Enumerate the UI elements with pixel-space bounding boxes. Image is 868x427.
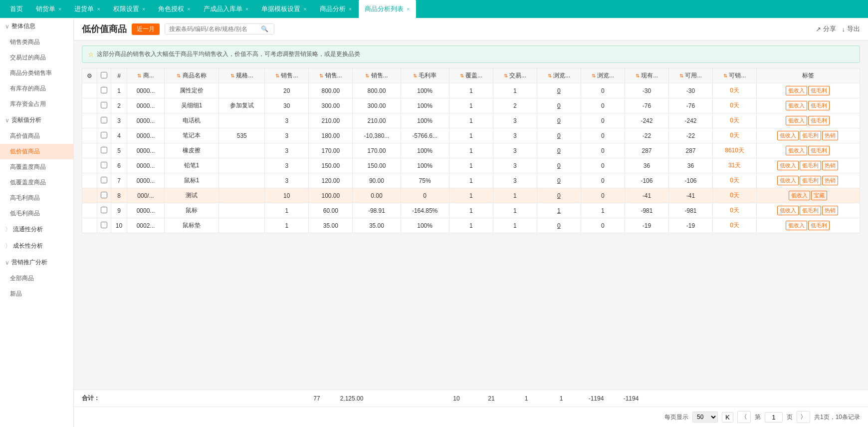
close-icon[interactable]: × xyxy=(349,6,352,12)
sidebar-item-inventory-capital[interactable]: 库存资金占用 xyxy=(0,96,73,112)
col-current[interactable]: ⇅ 现有... xyxy=(625,68,668,83)
sidebar-section-contribution[interactable]: ∨ 贡献值分析 xyxy=(0,112,73,128)
table-header-row: ⚙ # ⇅ 商... ⇅ 商品名称 ⇅ 规格... ⇅ 销售... ⇅ 销售..… xyxy=(82,68,860,83)
browse-link[interactable]: 0 xyxy=(557,147,561,154)
close-icon[interactable]: × xyxy=(142,6,145,12)
sidebar-section-overall[interactable]: ∨ 整体信息 xyxy=(0,18,73,34)
cell-sale2: 150.00 xyxy=(309,158,353,173)
row-checkbox[interactable] xyxy=(101,162,107,168)
sidebar-item-low-coverage[interactable]: 低覆盖度商品 xyxy=(0,175,73,190)
search-input[interactable] xyxy=(169,25,259,32)
cell-trade: 3 xyxy=(493,173,537,188)
row-checkbox[interactable] xyxy=(101,222,107,228)
nav-product-analysis[interactable]: 商品分析 × xyxy=(314,0,358,18)
prev-page-button[interactable]: 〈 xyxy=(737,411,751,423)
col-name[interactable]: ⇅ 商品名称 xyxy=(165,68,219,83)
close-icon[interactable]: × xyxy=(97,6,100,12)
browse-link[interactable]: 0 xyxy=(557,102,561,109)
close-icon[interactable]: × xyxy=(407,6,410,12)
browse-link[interactable]: 0 xyxy=(557,132,561,139)
close-icon[interactable]: × xyxy=(187,6,190,12)
col-code[interactable]: ⇅ 商... xyxy=(127,68,165,83)
sidebar-section-growth[interactable]: 〉 成长性分析 xyxy=(0,238,73,254)
col-gear[interactable]: ⚙ xyxy=(82,68,97,83)
browse-link[interactable]: 0 xyxy=(557,162,561,169)
col-num: # xyxy=(111,68,127,83)
filter-button[interactable]: 近一月 xyxy=(132,23,160,35)
row-checkbox[interactable] xyxy=(101,147,107,153)
col-browse1[interactable]: ⇅ 浏览... xyxy=(537,68,581,83)
nav-permission-settings[interactable]: 权限设置 × xyxy=(107,0,151,18)
sidebar-item-new-goods[interactable]: 新品 xyxy=(0,286,73,302)
close-icon[interactable]: × xyxy=(58,6,61,12)
row-checkbox[interactable] xyxy=(101,207,107,213)
sidebar-item-traded-goods[interactable]: 交易过的商品 xyxy=(0,50,73,65)
nav-product-analysis-list[interactable]: 商品分析列表 × xyxy=(359,0,416,18)
col-sale2[interactable]: ⇅ 销售... xyxy=(309,68,353,83)
row-checkbox[interactable] xyxy=(101,87,107,93)
sidebar-section-circulation[interactable]: 〉 流通性分析 xyxy=(0,221,73,238)
sidebar-item-low-value[interactable]: 低价值商品 xyxy=(0,144,73,159)
col-spec[interactable]: ⇅ 规格... xyxy=(219,68,265,83)
cell-browse1: 1 xyxy=(537,203,581,218)
row-checkbox[interactable] xyxy=(101,177,107,183)
cell-sale1: 3 xyxy=(265,173,309,188)
cell-browse2: 1 xyxy=(581,203,625,218)
sidebar-item-high-coverage[interactable]: 高覆盖度商品 xyxy=(0,159,73,175)
cell-days: 0天 xyxy=(713,218,757,233)
nav-product-warehousing[interactable]: 产成品入库单 × xyxy=(198,0,254,18)
browse-link[interactable]: 0 xyxy=(557,117,561,124)
col-sale1[interactable]: ⇅ 销售... xyxy=(265,68,309,83)
browse-link[interactable]: 0 xyxy=(557,87,561,94)
col-margin[interactable]: ⇅ 毛利率 xyxy=(401,68,449,83)
sidebar-item-low-margin[interactable]: 低毛利商品 xyxy=(0,206,73,221)
share-button[interactable]: ↗ 分享 xyxy=(816,24,836,33)
cell-browse1: 0 xyxy=(537,83,581,98)
row-checkbox[interactable] xyxy=(101,102,107,108)
cell-spec xyxy=(219,113,265,128)
browse-link[interactable]: 0 xyxy=(557,177,561,184)
sidebar-section-label: 流通性分析 xyxy=(13,225,43,234)
row-checkbox[interactable] xyxy=(101,117,107,123)
cell-available: -30 xyxy=(669,83,713,98)
sidebar-section-label: 营销推广分析 xyxy=(11,258,47,267)
export-button[interactable]: ↓ 导出 xyxy=(842,24,861,33)
nav-role-auth[interactable]: 角色授权 × xyxy=(152,0,196,18)
cell-cover: 1 xyxy=(449,83,493,98)
col-tags: 标签 xyxy=(757,68,860,83)
sidebar-item-category-sales-rate[interactable]: 商品分类销售率 xyxy=(0,65,73,81)
col-browse2[interactable]: ⇅ 浏览... xyxy=(581,68,625,83)
page-number-input[interactable] xyxy=(765,412,783,423)
sidebar-item-all-goods[interactable]: 全部商品 xyxy=(0,271,73,286)
nav-home[interactable]: 首页 xyxy=(4,0,29,18)
cell-gear xyxy=(82,188,97,203)
browse-link[interactable]: 0 xyxy=(557,192,561,199)
select-all-checkbox[interactable] xyxy=(101,72,107,78)
row-checkbox[interactable] xyxy=(101,192,107,198)
col-sale3[interactable]: ⇅ 销售... xyxy=(353,68,401,83)
cell-margin: 100% xyxy=(401,83,449,98)
col-cover[interactable]: ⇅ 覆盖... xyxy=(449,68,493,83)
sidebar-item-high-margin[interactable]: 高毛利商品 xyxy=(0,190,73,206)
sidebar-item-high-value[interactable]: 高价值商品 xyxy=(0,128,73,144)
close-icon[interactable]: × xyxy=(245,6,248,12)
close-icon[interactable]: × xyxy=(303,6,306,12)
browse-link[interactable]: 0 xyxy=(557,222,561,229)
cell-margin: 100% xyxy=(401,158,449,173)
nav-template-settings[interactable]: 单据模板设置 × xyxy=(255,0,312,18)
col-available[interactable]: ⇅ 可用... xyxy=(669,68,713,83)
tag-badge: 低收入 xyxy=(786,86,807,95)
col-saleable[interactable]: ⇅ 可销... xyxy=(713,68,757,83)
sidebar-section-marketing[interactable]: ∨ 营销推广分析 xyxy=(0,254,73,271)
sidebar-item-sales-goods[interactable]: 销售类商品 xyxy=(0,34,73,50)
cell-num: 4 xyxy=(111,128,127,143)
per-page-select[interactable]: 50 100 200 xyxy=(692,412,718,423)
next-page-button[interactable]: 〉 xyxy=(797,411,810,423)
sidebar-item-stocked-goods[interactable]: 有库存的商品 xyxy=(0,81,73,96)
col-trade[interactable]: ⇅ 交易... xyxy=(493,68,537,83)
browse-link[interactable]: 1 xyxy=(557,207,561,214)
nav-sales-order[interactable]: 销货单 × xyxy=(30,0,67,18)
nav-purchase-order[interactable]: 进货单 × xyxy=(68,0,106,18)
first-page-button[interactable]: K xyxy=(722,412,733,423)
row-checkbox[interactable] xyxy=(101,132,107,138)
